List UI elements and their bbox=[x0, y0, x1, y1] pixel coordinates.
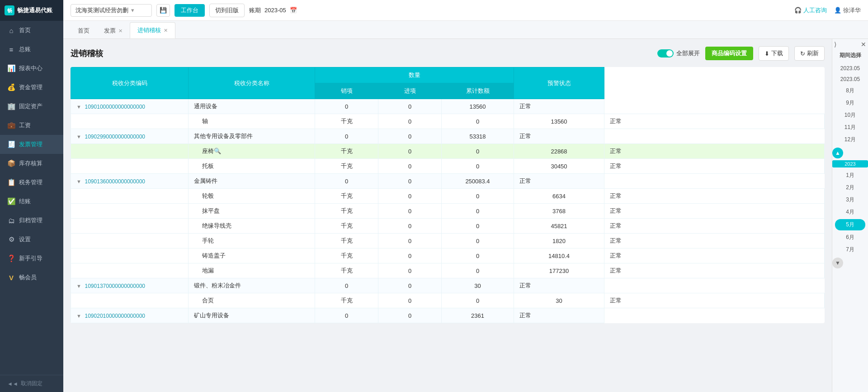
sidebar-item-guide[interactable]: ❓ 新手引导 bbox=[0, 249, 63, 268]
sidebar-item-invoices[interactable]: 🧾 发票管理 bbox=[0, 135, 63, 154]
sidebar-item-ledger[interactable]: ≡ 总账 bbox=[0, 40, 63, 59]
tab-reconcile[interactable]: 进销稽核 ✕ bbox=[130, 22, 175, 38]
switch-version-button[interactable]: 切到旧版 bbox=[209, 4, 245, 17]
month-10[interactable]: 10月 bbox=[832, 109, 868, 121]
cell-unit: 千克 bbox=[315, 144, 378, 159]
cell-total: 250083.4 bbox=[442, 174, 514, 189]
month-6[interactable]: 6月 bbox=[832, 231, 868, 244]
cell-total: 13560 bbox=[442, 99, 514, 114]
cell-purchase: 0 bbox=[378, 174, 442, 189]
sidebar-item-funds[interactable]: 💰 资金管理 bbox=[0, 78, 63, 97]
month-12[interactable]: 12月 bbox=[832, 134, 868, 146]
content-area: 进销稽核 全部展开 商品编码设置 ⬇ 下载 ↻ 刷 bbox=[63, 39, 868, 392]
tab-home[interactable]: 首页 bbox=[71, 23, 97, 38]
cell-warn: 正常 bbox=[604, 263, 825, 278]
service-button[interactable]: 🎧 人工咨询 bbox=[794, 6, 827, 14]
month-5-active[interactable]: 5月 bbox=[835, 219, 865, 230]
cell-name: 铸造盖子 bbox=[189, 249, 315, 263]
home-icon: ⌂ bbox=[7, 27, 15, 34]
cell-warn: 正常 bbox=[514, 308, 604, 323]
pin-toggle[interactable]: ◄◄ 取消固定 bbox=[0, 375, 63, 392]
month-2[interactable]: 2月 bbox=[832, 182, 868, 194]
period-display: 账期 2023-05 📅 bbox=[249, 6, 297, 14]
expand-icon[interactable]: ▼ bbox=[76, 179, 81, 184]
download-button[interactable]: ⬇ 下载 bbox=[759, 46, 789, 61]
year-badge-2023[interactable]: 2023 bbox=[832, 160, 868, 167]
refresh-button[interactable]: ↻ 刷新 bbox=[794, 46, 825, 61]
table-row: 地漏 千克 0 0 177230 正常 bbox=[71, 263, 825, 278]
cell-unit: 千克 bbox=[315, 234, 378, 249]
cell-purchase: 0 bbox=[442, 293, 514, 308]
panel-expand-button[interactable]: ⟩ bbox=[834, 41, 836, 48]
col-header-quantity: 数量 bbox=[315, 67, 514, 83]
cell-warn: 正常 bbox=[514, 278, 604, 293]
settlement-icon: ✅ bbox=[7, 197, 15, 206]
cell-total: 30 bbox=[514, 293, 604, 308]
period-item-2023-05a[interactable]: 2023.05 bbox=[832, 63, 868, 74]
scroll-up-button[interactable]: ▲ bbox=[832, 148, 843, 158]
workbench-button[interactable]: 工作台 bbox=[175, 4, 205, 17]
search-icon[interactable]: 🔍 bbox=[214, 148, 221, 154]
cell-purchase: 0 bbox=[442, 159, 514, 174]
tab-invoices[interactable]: 发票 ✕ bbox=[97, 23, 130, 38]
sidebar-item-inventory[interactable]: 📦 库存核算 bbox=[0, 154, 63, 173]
cell-name: 绝缘导线壳 bbox=[189, 219, 315, 234]
cell-code bbox=[71, 234, 189, 249]
month-9[interactable]: 9月 bbox=[832, 97, 868, 109]
month-11[interactable]: 11月 bbox=[832, 121, 868, 134]
company-selector[interactable]: 沈海英测试经营勿删 ▾ bbox=[71, 4, 152, 17]
expand-icon[interactable]: ▼ bbox=[76, 283, 81, 289]
content-main: 进销稽核 全部展开 商品编码设置 ⬇ 下载 ↻ 刷 bbox=[63, 39, 832, 392]
cell-sales: 0 bbox=[315, 174, 378, 189]
settings-button[interactable]: 商品编码设置 bbox=[705, 47, 753, 60]
sidebar-item-archive[interactable]: 🗂 归档管理 bbox=[0, 211, 63, 230]
cell-sales: 0 bbox=[378, 234, 442, 249]
panel-close-button[interactable]: ✕ bbox=[861, 41, 866, 48]
month-3[interactable]: 3月 bbox=[832, 194, 868, 206]
cell-name: 通用设备 bbox=[189, 99, 315, 114]
cell-purchase: 0 bbox=[378, 278, 442, 293]
month-8[interactable]: 8月 bbox=[832, 85, 868, 97]
table-row: 手轮 千克 0 0 1820 正常 bbox=[71, 234, 825, 249]
expand-icon[interactable]: ▼ bbox=[76, 104, 81, 110]
pin-icon: ◄◄ bbox=[7, 381, 18, 387]
scroll-down-button[interactable]: ▼ bbox=[832, 258, 843, 268]
sidebar-item-assets[interactable]: 🏢 固定资产 bbox=[0, 97, 63, 116]
expand-toggle[interactable] bbox=[657, 49, 674, 57]
sidebar-item-settlement[interactable]: ✅ 结账 bbox=[0, 192, 63, 211]
cell-warn: 正常 bbox=[604, 189, 825, 204]
sidebar-item-wages[interactable]: 💼 工资 bbox=[0, 116, 63, 135]
month-7[interactable]: 7月 bbox=[832, 244, 868, 256]
col-header-sales: 销项 bbox=[315, 83, 378, 99]
expand-icon[interactable]: ▼ bbox=[76, 134, 81, 139]
sidebar-item-settings[interactable]: ⚙ 设置 bbox=[0, 230, 63, 249]
calendar-icon[interactable]: 📅 bbox=[290, 7, 297, 14]
cell-total: 22868 bbox=[514, 144, 604, 159]
month-1[interactable]: 1月 bbox=[832, 169, 868, 182]
cell-sales: 0 bbox=[378, 189, 442, 204]
company-name: 沈海英测试经营勿删 bbox=[75, 6, 128, 14]
cell-code: ▼ 10902010000000000000 bbox=[71, 308, 189, 323]
tab-invoices-close[interactable]: ✕ bbox=[118, 28, 123, 34]
sidebar-item-home[interactable]: ⌂ 首页 bbox=[0, 21, 63, 40]
tab-reconcile-close[interactable]: ✕ bbox=[164, 28, 168, 33]
sidebar-item-reports[interactable]: 📊 报表中心 bbox=[0, 59, 63, 78]
cell-purchase: 0 bbox=[442, 114, 514, 129]
cell-purchase: 0 bbox=[442, 234, 514, 249]
period-item-2023-05b[interactable]: 2023.05 bbox=[832, 74, 868, 85]
sidebar-item-tax[interactable]: 📋 税务管理 bbox=[0, 173, 63, 192]
cell-total: 177230 bbox=[514, 263, 604, 278]
cell-unit: 千克 bbox=[315, 114, 378, 129]
cell-warn: 正常 bbox=[604, 204, 825, 219]
cell-sales: 0 bbox=[378, 144, 442, 159]
save-icon: 💾 bbox=[160, 7, 167, 14]
cell-warn: 正常 bbox=[514, 99, 604, 114]
month-4[interactable]: 4月 bbox=[832, 206, 868, 218]
user-menu[interactable]: 👤 徐泽华 bbox=[834, 6, 861, 14]
cell-unit: 千克 bbox=[315, 293, 378, 308]
topbar: 沈海英测试经营勿删 ▾ 💾 工作台 切到旧版 账期 2023-05 📅 🎧 人工… bbox=[63, 0, 868, 21]
save-button[interactable]: 💾 bbox=[156, 4, 170, 17]
period-value: 2023-05 bbox=[264, 7, 286, 14]
expand-icon[interactable]: ▼ bbox=[76, 313, 81, 319]
sidebar-item-member[interactable]: V 畅会员 bbox=[0, 268, 63, 287]
